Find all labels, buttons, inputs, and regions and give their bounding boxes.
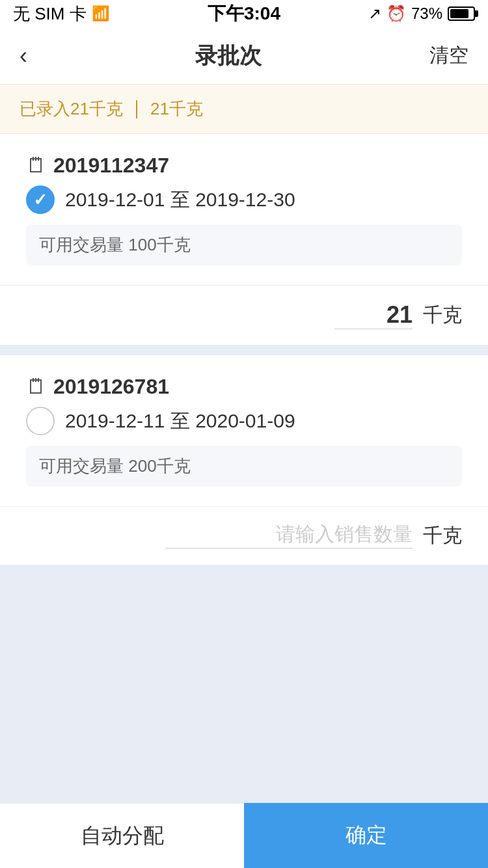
empty-area (0, 565, 488, 838)
batch-2-doc-icon: 🗒 (26, 375, 47, 399)
status-carrier: 无 SIM 卡 📶 (13, 3, 109, 25)
confirm-button[interactable]: 确定 (244, 803, 488, 868)
summary-recorded: 已录入21千克 (20, 98, 123, 120)
back-button[interactable]: ‹ (20, 42, 27, 70)
batch-2-date-row: 2019-12-11 至 2020-01-09 (26, 407, 462, 435)
nav-bar: ‹ 录批次 清空 (0, 27, 488, 85)
batch-2-header: 🗒 2019126781 (26, 375, 462, 399)
batch-1-qty-row: 21 千克 (0, 285, 488, 345)
location-icon: ↗ (368, 5, 381, 23)
wifi-icon: 📶 (92, 5, 109, 22)
batch-2-qty-unit: 千克 (423, 522, 462, 549)
page-title: 录批次 (195, 41, 262, 71)
battery-icon (448, 7, 475, 21)
bottom-bar: 自动分配 确定 (0, 803, 488, 868)
status-right: ↗ ⏰ 73% (368, 5, 475, 23)
status-time: 下午3:04 (208, 1, 280, 26)
batch-card-2: 🗒 2019126781 2019-12-11 至 2020-01-09 可用交… (0, 355, 488, 506)
batch-1-available-qty: 可用交易量 100千克 (26, 224, 462, 265)
batch-1-date: 2019-12-01 至 2019-12-30 (65, 187, 295, 213)
carrier-text: 无 SIM 卡 (13, 3, 87, 25)
battery-percent: 73% (411, 5, 442, 23)
batch-2-id: 2019126781 (53, 375, 169, 399)
section-divider (0, 345, 488, 355)
batch-1-id: 2019112347 (53, 154, 169, 178)
batch-2-radio[interactable] (26, 407, 55, 435)
alarm-icon: ⏰ (386, 5, 406, 23)
batch-1-qty-value: 21 (334, 301, 413, 329)
batch-1-date-row: 2019-12-01 至 2019-12-30 (26, 185, 462, 214)
status-bar: 无 SIM 卡 📶 下午3:04 ↗ ⏰ 73% (0, 0, 488, 27)
batch-1-qty-unit: 千克 (423, 302, 462, 329)
summary-bar: 已录入21千克 21千克 (0, 85, 488, 134)
batch-1-doc-icon: 🗒 (26, 154, 47, 178)
batch-1-radio[interactable] (26, 185, 55, 214)
summary-divider (136, 100, 137, 118)
summary-total: 21千克 (150, 98, 203, 120)
batch-2-date: 2019-12-11 至 2020-01-09 (65, 408, 295, 435)
batch-2-input-row: 千克 (0, 506, 488, 565)
auto-distribute-button[interactable]: 自动分配 (0, 803, 244, 868)
batch-card-1: 🗒 2019112347 2019-12-01 至 2019-12-30 可用交… (0, 134, 488, 285)
batch-2-available-qty: 可用交易量 200千克 (26, 446, 462, 487)
batch-2-qty-input[interactable] (165, 523, 413, 549)
batch-1-header: 🗒 2019112347 (26, 154, 462, 178)
clear-button[interactable]: 清空 (429, 42, 468, 69)
